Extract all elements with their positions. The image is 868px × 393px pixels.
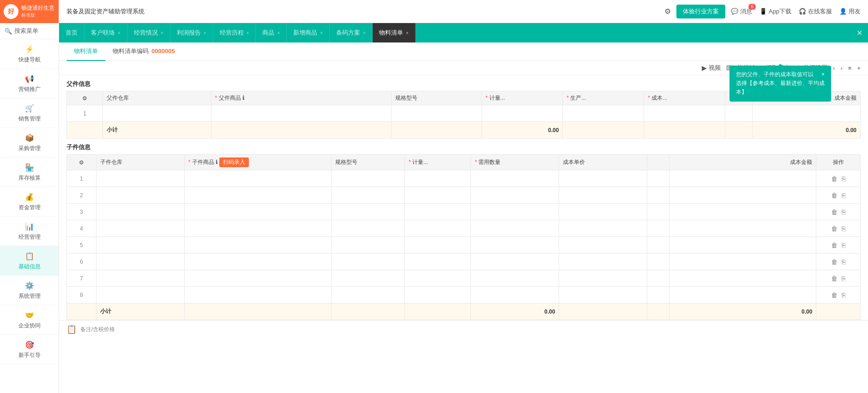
delete-icon-7[interactable]: 🗑	[831, 275, 838, 282]
child-cell-spec-2[interactable]	[331, 187, 404, 204]
parent-cell-cost-amount-1[interactable]	[752, 105, 860, 122]
child-cell-warehouse-1[interactable]	[96, 170, 184, 187]
child-cell-cost-amount-8[interactable]	[669, 287, 816, 303]
child-cell-cost-unit-8[interactable]	[559, 287, 647, 303]
child-cell-spec-7[interactable]	[331, 270, 404, 287]
copy-icon-2[interactable]: ⎘	[842, 192, 845, 199]
nav-tab-close-bom[interactable]: ×	[406, 30, 409, 36]
child-cell-goods-1[interactable]	[184, 170, 331, 187]
child-cell-unit-1[interactable]	[405, 170, 471, 187]
sub-tab-bom-list[interactable]: 物料清单	[66, 42, 105, 61]
nav-tab-close-new-goods[interactable]: ×	[320, 30, 323, 36]
sidebar-item-enterprise[interactable]: 🤝企业协同	[0, 305, 59, 335]
nav-tab-close-profit[interactable]: ×	[204, 30, 206, 36]
sidebar-item-finance[interactable]: 💰资金管理	[0, 187, 59, 217]
child-cell-unit-2[interactable]	[405, 187, 471, 204]
nav-list-btn[interactable]: ≡	[848, 65, 852, 72]
online-service-btn[interactable]: 🎧 在线客服	[799, 7, 832, 16]
parent-cell-spec-1[interactable]	[392, 105, 482, 122]
child-cell-warehouse-2[interactable]	[96, 187, 184, 204]
parent-cell-warehouse-1[interactable]	[103, 105, 211, 122]
child-cell-quantity-1[interactable]	[471, 170, 559, 187]
child-cell-quantity-4[interactable]	[471, 220, 559, 237]
child-cell-goods-7[interactable]	[184, 270, 331, 287]
child-cell-quantity-7[interactable]	[471, 270, 559, 287]
copy-icon-4[interactable]: ⎘	[842, 225, 845, 232]
child-cell-goods-5[interactable]	[184, 237, 331, 254]
nav-tab-profit[interactable]: 利润报告 ×	[170, 23, 213, 42]
app-download-btn[interactable]: 📱 App下载	[760, 7, 791, 16]
nav-tab-home[interactable]: 首页	[59, 23, 84, 42]
child-cell-warehouse-7[interactable]	[96, 270, 184, 287]
child-cell-spec-5[interactable]	[331, 237, 404, 254]
nav-tab-close-history[interactable]: ×	[247, 30, 249, 36]
child-th-settings[interactable]: ⚙	[67, 155, 96, 170]
child-cell-goods-8[interactable]	[184, 287, 331, 303]
nav-tab-operations[interactable]: 经营情况 ×	[127, 23, 170, 42]
child-cell-goods-3[interactable]	[184, 204, 331, 220]
child-cell-quantity-6[interactable]	[471, 254, 559, 270]
child-cell-goods-6[interactable]	[184, 254, 331, 270]
parent-cell-goods-1[interactable]	[211, 105, 392, 122]
sidebar-item-inventory[interactable]: 🏪库存核算	[0, 157, 59, 187]
copy-icon-3[interactable]: ⎘	[842, 208, 845, 216]
child-cell-warehouse-4[interactable]	[96, 220, 184, 237]
child-cell-quantity-8[interactable]	[471, 287, 559, 303]
child-cell-goods-4[interactable]	[184, 220, 331, 237]
nav-tab-new-goods[interactable]: 新增商品 ×	[287, 23, 330, 42]
child-cell-warehouse-8[interactable]	[96, 287, 184, 303]
delete-icon-8[interactable]: 🗑	[831, 291, 838, 299]
delete-icon-3[interactable]: 🗑	[831, 208, 838, 216]
nav-new-btn[interactable]: +	[857, 65, 861, 72]
sidebar-item-operations[interactable]: 📊经营管理	[0, 217, 59, 246]
try-btn[interactable]: 体验行业方案	[676, 5, 725, 18]
child-cell-cost-amount-6[interactable]	[669, 254, 816, 270]
parent-th-settings[interactable]: ⚙	[67, 91, 103, 105]
nav-tab-goods[interactable]: 商品 ×	[256, 23, 287, 42]
child-cell-cost-amount-4[interactable]	[669, 220, 816, 237]
child-cell-cost-amount-3[interactable]	[669, 204, 816, 220]
child-cell-cost-unit-7[interactable]	[559, 270, 647, 287]
child-cell-spec-8[interactable]	[331, 287, 404, 303]
child-cell-quantity-2[interactable]	[471, 187, 559, 204]
nav-tab-bom[interactable]: 物料清单 ×	[373, 23, 416, 42]
nav-prev-btn[interactable]: ‹	[833, 65, 835, 72]
delete-icon-4[interactable]: 🗑	[831, 225, 838, 232]
child-cell-warehouse-3[interactable]	[96, 204, 184, 220]
sidebar-item-quick-nav[interactable]: ⚡快捷导航	[0, 39, 59, 69]
child-cell-cost-unit-6[interactable]	[559, 254, 647, 270]
child-cell-cost-amount-1[interactable]	[669, 170, 816, 187]
copy-icon-7[interactable]: ⎘	[842, 275, 845, 282]
nav-tab-barcode[interactable]: 条码方案 ×	[330, 23, 373, 42]
child-cell-cost-unit-3[interactable]	[559, 204, 647, 220]
child-cell-cost-amount-2[interactable]	[669, 187, 816, 204]
child-cell-quantity-5[interactable]	[471, 237, 559, 254]
sidebar-item-sales[interactable]: 🛒销售管理	[0, 98, 59, 128]
child-cell-warehouse-5[interactable]	[96, 237, 184, 254]
sidebar-item-purchase[interactable]: 📦采购管理	[0, 128, 59, 157]
child-cell-spec-1[interactable]	[331, 170, 404, 187]
delete-icon-2[interactable]: 🗑	[831, 192, 838, 199]
child-cell-cost-unit-5[interactable]	[559, 237, 647, 254]
view-video-btn[interactable]: ▶ 视频	[702, 64, 721, 72]
child-cell-unit-7[interactable]	[405, 270, 471, 287]
child-cell-unit-6[interactable]	[405, 254, 471, 270]
child-cell-cost-unit-4[interactable]	[559, 220, 647, 237]
nav-tab-customer[interactable]: 客户联络 ×	[84, 23, 127, 42]
nav-tab-close-goods[interactable]: ×	[277, 30, 280, 36]
child-cell-goods-2[interactable]	[184, 187, 331, 204]
scan-btn[interactable]: 扫码录入	[219, 157, 249, 167]
child-cell-unit-3[interactable]	[405, 204, 471, 220]
child-cell-unit-5[interactable]	[405, 237, 471, 254]
sidebar-item-basic-info[interactable]: 📋基础信息	[0, 246, 59, 276]
close-all-tabs-btn[interactable]: ✕	[851, 29, 868, 37]
child-cell-cost-amount-7[interactable]	[669, 270, 816, 287]
delete-icon-6[interactable]: 🗑	[831, 258, 838, 266]
child-cell-cost-unit-1[interactable]	[559, 170, 647, 187]
child-cell-spec-4[interactable]	[331, 220, 404, 237]
sub-tab-bom-code[interactable]: 物料清单编码 0000005	[105, 42, 182, 61]
copy-icon-5[interactable]: ⎘	[842, 242, 845, 249]
settings-icon[interactable]: ⚙	[664, 7, 671, 16]
sidebar-item-marketing[interactable]: 📢营销推广	[0, 69, 59, 98]
parent-cell-cost-1[interactable]	[644, 105, 725, 122]
